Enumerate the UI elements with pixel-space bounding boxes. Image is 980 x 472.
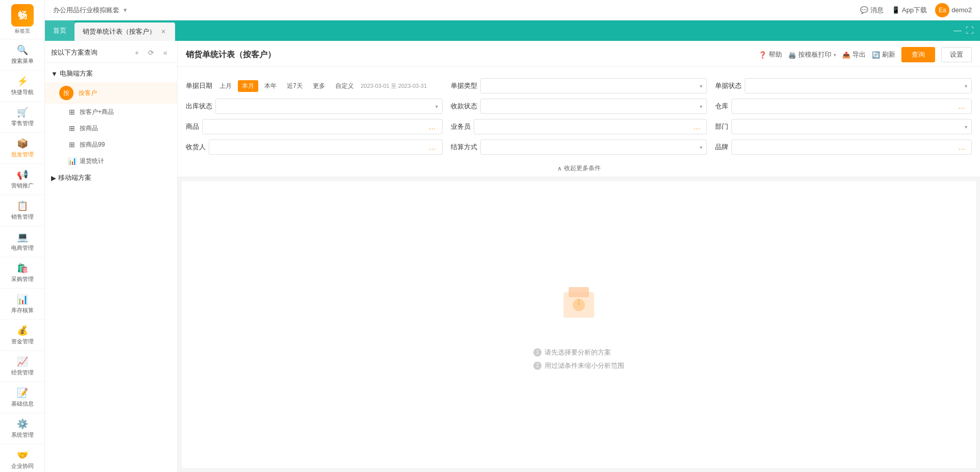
sidebar-item-nav[interactable]: ⚡ 快捷导航 [0,70,44,102]
sidebar-item-ecommerce-label: 电商管理 [11,244,34,252]
sidebar-item-nav-label: 快捷导航 [11,88,34,96]
date-btn-thisyear[interactable]: 本年 [260,80,281,92]
sidebar: 畅 标签页 🔍 搜索菜单 ⚡ 快捷导航 🛒 零售管理 📦 批发管理 📢 营销推广… [0,0,45,472]
status-filter-label: 单据状态 [715,81,742,90]
sidebar-item-marketing-label: 营销推广 [11,182,34,190]
minimize-btn[interactable]: — [953,26,962,35]
status-filter-input[interactable]: ▾ [745,78,972,93]
collapse-panel-btn[interactable]: « [160,47,171,58]
goods-filter-input[interactable]: … [202,119,443,134]
sidebar-item-finance[interactable]: 💰 资金管理 [0,320,44,351]
settlement-filter-group: 结算方式 ▾ [451,139,707,155]
type-filter-input[interactable]: ▾ [480,78,707,93]
sidebar-item-ecommerce[interactable]: 💻 电商管理 [0,226,44,257]
right-panel: 销货单统计表（按客户） ❓ 帮助 🖨️ 按模板打印 ▾ 📤 导出 [178,41,980,472]
app-download-label: App下载 [902,6,927,15]
sidebar-item-operation[interactable]: 📈 经营管理 [0,351,44,382]
date-btn-thismonth[interactable]: 本月 [238,80,258,92]
grid-icon-2: ⊞ [67,124,77,133]
sidebar-item-collab-label: 企业协同 [11,462,34,470]
sidebar-item-search[interactable]: 🔍 搜索菜单 [0,39,44,70]
user-menu[interactable]: Ea demo2 [935,3,972,17]
tree-group-mobile-header[interactable]: ▶ 移动端方案 [45,169,177,186]
collapse-icon: ∧ [557,165,562,172]
sidebar-item-purchase[interactable]: 🛍️ 采购管理 [0,257,44,289]
sidebar-menu: 🔍 搜索菜单 ⚡ 快捷导航 🛒 零售管理 📦 批发管理 📢 营销推广 📋 销售管… [0,39,44,472]
brand-dots-btn[interactable]: … [956,143,967,151]
salesperson-dots-btn[interactable]: … [691,123,702,131]
maximize-btn[interactable]: ⛶ [966,26,974,35]
warehouse-filter-input[interactable]: … [731,99,972,114]
industry-dropdown-icon[interactable]: ▾ [124,6,127,14]
salesperson-filter-input[interactable]: … [474,119,707,134]
collect-status-filter-input[interactable]: ▾ [480,99,707,114]
collab-icon: 🤝 [17,450,28,461]
settings-button[interactable]: 设置 [941,47,972,62]
tab-home[interactable]: 首页 [45,20,75,41]
tree-item-customer-goods[interactable]: ⊞ 按客户+商品 [45,104,177,120]
sidebar-item-retail[interactable]: 🛒 零售管理 [0,102,44,133]
help-btn[interactable]: ❓ 帮助 [758,50,782,59]
tree-expand-icon: ▼ [51,70,58,78]
tree-item-return-stat[interactable]: 📊 退货统计 [45,153,177,169]
collapse-more-btn[interactable]: ∧ 收起更多条件 [557,164,601,173]
tree-item-by-goods[interactable]: ⊞ 按商品 [45,120,177,136]
brand-filter-input[interactable]: … [731,139,972,155]
sidebar-item-sales-label: 销售管理 [11,213,34,221]
brand-filter-group: 品牌 … [715,139,972,155]
sidebar-item-system[interactable]: ⚙️ 系统管理 [0,413,44,444]
date-btn-7days[interactable]: 近7天 [283,80,307,92]
receiver-dots-btn[interactable]: … [427,143,438,151]
sidebar-item-wholesale-label: 批发管理 [11,151,34,158]
date-btn-custom[interactable]: 自定义 [331,80,358,92]
tab-sales-stat[interactable]: 销货单统计表（按客户） ✕ [75,22,175,41]
app-download-btn[interactable]: 📱 App下载 [892,6,927,15]
sidebar-item-sales[interactable]: 📋 销售管理 [0,195,44,226]
dept-filter-group: 部门 ▾ [715,119,972,134]
out-status-label: 出库状态 [186,102,212,111]
logo-icon: 畅 [11,4,34,27]
warehouse-dots-btn[interactable]: … [956,102,967,110]
date-btn-more[interactable]: 更多 [309,80,329,92]
tree-item-by-customer[interactable]: 按 按客户 [45,82,177,104]
tab-close-btn[interactable]: ✕ [160,27,167,36]
tree-group-mobile: ▶ 移动端方案 [45,169,177,186]
grid-icon-1: ⊞ [67,107,77,116]
sidebar-item-inventory[interactable]: 📊 库存核算 [0,289,44,320]
receiver-filter-input[interactable]: … [209,139,443,155]
brand-label: 品牌 [715,143,728,152]
receiver-label: 收货人 [186,143,206,152]
tree-group-desktop-label: 电脑端方案 [60,69,93,78]
dept-filter-input[interactable]: ▾ [731,119,972,134]
out-status-filter-input[interactable]: ▾ [215,99,443,114]
query-button[interactable]: 查询 [901,47,935,62]
goods-dots-btn[interactable]: … [427,123,438,131]
message-icon: 💬 [860,6,868,14]
export-btn[interactable]: 📤 导出 [842,50,866,59]
print-btn[interactable]: 🖨️ 按模板打印 ▾ [788,50,836,59]
sidebar-item-marketing[interactable]: 📢 营销推广 [0,164,44,195]
settlement-filter-input[interactable]: ▾ [480,139,707,155]
tip-num-2: 2 [533,362,542,370]
sidebar-logo: 畅 标签页 [0,0,44,39]
out-status-filter-group: 出库状态 ▾ [186,99,443,114]
add-scheme-btn[interactable]: + [131,47,142,58]
sidebar-item-collab[interactable]: 🤝 企业协同 [0,444,44,472]
collect-status-label: 收款状态 [451,102,477,111]
tree-item-by-goods99[interactable]: ⊞ 按商品99 [45,136,177,153]
collect-status-arrow: ▾ [700,104,702,109]
message-btn[interactable]: 💬 消息 [860,6,884,15]
tree-group-desktop-header[interactable]: ▼ 电脑端方案 [45,65,177,82]
topbar: 办公用品行业模拟账套 ▾ 💬 消息 📱 App下载 Ea demo2 [45,0,980,20]
dept-label: 部门 [715,122,728,131]
tab-home-label: 首页 [53,26,66,35]
tree-item-by-goods-label: 按商品 [80,124,98,133]
download-icon: 📱 [892,6,900,14]
date-btn-lastmonth[interactable]: 上月 [215,80,236,92]
refresh-scheme-btn[interactable]: ⟳ [145,47,157,58]
sidebar-item-inventory-label: 库存核算 [11,306,34,314]
sidebar-item-basic[interactable]: 📝 基础信息 [0,382,44,413]
sidebar-item-wholesale[interactable]: 📦 批发管理 [0,133,44,164]
refresh-btn[interactable]: 🔄 刷新 [872,50,895,59]
basic-icon: 📝 [17,387,28,398]
